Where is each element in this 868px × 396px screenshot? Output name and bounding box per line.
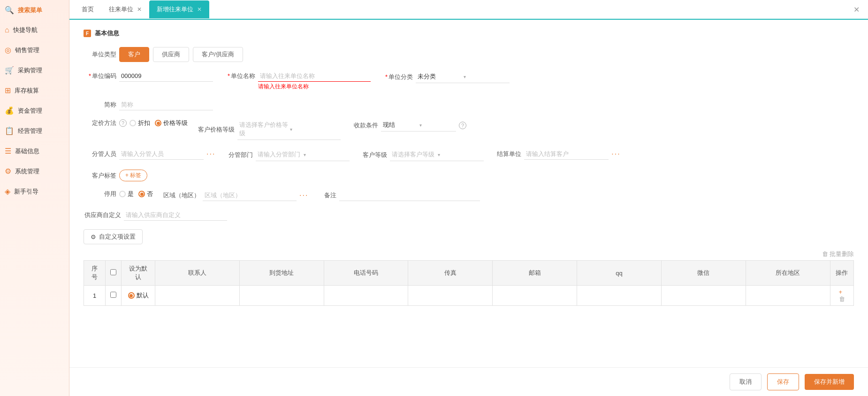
abbr-input[interactable] xyxy=(119,99,213,110)
cell-address[interactable] xyxy=(239,286,324,306)
type-btn-customer[interactable]: 客户 xyxy=(119,47,149,62)
cell-phone[interactable] xyxy=(324,286,408,306)
tab-partner[interactable]: 往来单位 ✕ xyxy=(101,0,149,18)
customer-price-select[interactable]: 请选择客户价格等级 ▾ xyxy=(237,119,341,140)
address-input[interactable] xyxy=(244,292,319,299)
section-title-text: 基本信息 xyxy=(95,29,119,38)
unit-code-input[interactable] xyxy=(119,70,213,82)
payment-help-icon[interactable]: ? xyxy=(459,122,466,129)
search-icon: 🔍 xyxy=(5,6,14,15)
region-more-btn[interactable]: ··· xyxy=(299,191,308,200)
settlement-more-btn[interactable]: ··· xyxy=(611,150,620,158)
select-all-checkbox[interactable] xyxy=(110,269,116,275)
payment-select[interactable]: 现结 ▾ xyxy=(381,119,456,132)
dept-select[interactable]: 请输入分管部门 ▾ xyxy=(256,148,350,161)
row-region-input[interactable] xyxy=(751,292,825,299)
pricing-radio-group: 折扣 价格等级 xyxy=(129,119,188,127)
contact-input[interactable] xyxy=(160,292,235,299)
cancel-button[interactable]: 取消 xyxy=(730,373,761,390)
tab-home-label: 首页 xyxy=(82,5,94,14)
th-region: 所在地区 xyxy=(746,261,830,286)
disabled-field: 停用 是 否 xyxy=(84,190,153,198)
unit-type-label: 单位类型 xyxy=(84,50,116,59)
radio-yes-label: 是 xyxy=(128,190,134,198)
tab-partner-close[interactable]: ✕ xyxy=(137,6,142,13)
radio-discount[interactable]: 折扣 xyxy=(129,119,150,127)
type-btn-both[interactable]: 客户/供应商 xyxy=(193,47,243,62)
phone-input[interactable] xyxy=(329,292,404,299)
th-checkbox xyxy=(106,261,122,286)
chevron-down-icon-4: ▾ xyxy=(304,152,348,157)
manager-label: 分管人员 xyxy=(84,150,116,158)
operations-icon: 📋 xyxy=(5,126,14,135)
radio-yes[interactable]: 是 xyxy=(119,190,134,198)
gear-icon: ⚙ xyxy=(91,233,96,241)
cell-region[interactable] xyxy=(746,286,830,306)
supplier-custom-field: 供应商自定义 xyxy=(84,210,227,221)
sidebar-item-finance[interactable]: 💰 资金管理 xyxy=(0,101,69,121)
default-radio-circle xyxy=(128,292,135,299)
sidebar-item-system[interactable]: ⚙ 系统管理 xyxy=(0,161,69,181)
tab-new-partner-close[interactable]: ✕ xyxy=(197,6,202,13)
radio-price-level[interactable]: 价格等级 xyxy=(155,119,188,127)
customer-level-select[interactable]: 请选择客户等级 ▾ xyxy=(390,148,484,161)
save-button[interactable]: 保存 xyxy=(767,373,799,390)
tag-add-button[interactable]: + 标签 xyxy=(119,170,147,181)
pricing-label: 定价方法 xyxy=(84,119,116,127)
cell-email[interactable] xyxy=(493,286,577,306)
custom-settings-button[interactable]: ⚙ 自定义项设置 xyxy=(84,229,143,244)
cell-qq[interactable] xyxy=(577,286,662,306)
unit-name-input[interactable] xyxy=(258,70,371,82)
region-input[interactable] xyxy=(203,190,297,201)
section-icon: F xyxy=(84,30,91,37)
settlement-label: 结算单位 xyxy=(493,150,521,158)
row-delete-btn[interactable]: 🗑 xyxy=(839,295,845,303)
sidebar-item-quick-nav[interactable]: ⌂ 快捷导航 xyxy=(0,20,69,40)
type-btn-supplier[interactable]: 供应商 xyxy=(153,47,189,62)
window-close-button[interactable]: ✕ xyxy=(850,3,863,16)
manager-more-btn[interactable]: ··· xyxy=(206,150,215,158)
cell-fax[interactable] xyxy=(408,286,493,306)
unit-name-field: 单位名称 请输入往来单位名称 xyxy=(222,70,371,91)
radio-no[interactable]: 否 xyxy=(138,190,153,198)
remark-input[interactable] xyxy=(339,190,480,201)
supplier-custom-input[interactable] xyxy=(124,210,227,221)
sidebar: 🔍 搜索菜单 ⌂ 快捷导航 ◎ 销售管理 🛒 采购管理 ⊞ 库存核算 💰 资金管… xyxy=(0,0,69,396)
sidebar-item-basic-info[interactable]: ☰ 基础信息 xyxy=(0,141,69,161)
batch-delete-btn[interactable]: 🗑 批量删除 xyxy=(84,250,854,258)
default-radio[interactable]: 默认 xyxy=(126,291,150,300)
settlement-input[interactable] xyxy=(524,148,609,160)
unit-category-label: 单位分类 xyxy=(380,73,413,81)
customer-price-label: 客户价格等级 xyxy=(197,125,235,134)
sidebar-search[interactable]: 🔍 搜索菜单 xyxy=(0,0,69,20)
chevron-down-icon-5: ▾ xyxy=(438,152,482,157)
unit-code-field: 单位编码 xyxy=(84,70,213,82)
pricing-help-icon[interactable]: ? xyxy=(119,119,127,127)
unit-category-select[interactable]: 未分类 ▾ xyxy=(416,70,510,83)
email-input[interactable] xyxy=(497,292,572,299)
sidebar-item-guide[interactable]: ◈ 新手引导 xyxy=(0,181,69,202)
sidebar-item-sales[interactable]: ◎ 销售管理 xyxy=(0,40,69,60)
type-btn-group: 客户 供应商 客户/供应商 xyxy=(119,47,243,62)
fax-input[interactable] xyxy=(413,292,487,299)
cell-seq: 1 xyxy=(84,286,106,306)
tab-home[interactable]: 首页 xyxy=(74,0,101,18)
customer-price-placeholder: 请选择客户价格等级 xyxy=(239,121,288,138)
cell-default: 默认 xyxy=(122,286,155,306)
manager-input[interactable] xyxy=(119,148,204,160)
row-checkbox[interactable] xyxy=(110,292,116,298)
cell-wechat[interactable] xyxy=(662,286,746,306)
default-label: 默认 xyxy=(137,291,149,300)
save-new-button[interactable]: 保存并新增 xyxy=(805,374,854,390)
chevron-down-icon: ▾ xyxy=(464,74,508,79)
qq-input[interactable] xyxy=(582,292,656,299)
sidebar-item-purchase[interactable]: 🛒 采购管理 xyxy=(0,60,69,80)
sidebar-item-inventory[interactable]: ⊞ 库存核算 xyxy=(0,80,69,101)
wechat-input[interactable] xyxy=(666,292,741,299)
tab-new-partner[interactable]: 新增往来单位 ✕ xyxy=(149,0,209,18)
cell-action: + 🗑 xyxy=(830,286,853,306)
row-add-btn[interactable]: + xyxy=(839,288,843,295)
cell-contact[interactable] xyxy=(155,286,239,306)
disabled-row: 停用 是 否 区域（地区） ··· 备注 xyxy=(84,190,854,201)
sidebar-item-operations[interactable]: 📋 经营管理 xyxy=(0,121,69,141)
